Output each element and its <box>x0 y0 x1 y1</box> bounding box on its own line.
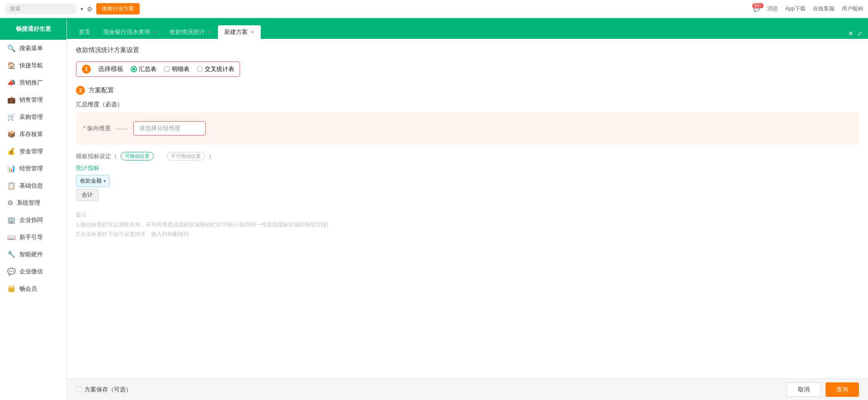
config-subtitle: 汇总维度（必选） <box>76 100 859 108</box>
gear-icon[interactable]: ⚙ <box>87 5 93 13</box>
config-section: 汇总维度（必选） * 纵向维度 —— 请选择分组维度 模板指标设定（ <box>76 100 859 240</box>
metrics-header-end: ） <box>208 152 214 160</box>
message-badge: 99+ <box>752 3 764 8</box>
marketing-icon: 📣 <box>7 79 16 87</box>
sidebar-label-management: 经营管理 <box>19 165 43 173</box>
radio-cross[interactable]: 交叉统计表 <box>197 65 234 73</box>
page-content: 收款情况统计方案设置 1 选择模板 汇总表 <box>67 39 868 378</box>
sidebar-label-wechat: 企业微信 <box>19 268 43 276</box>
radio-detail[interactable]: 明细表 <box>164 65 189 73</box>
tab-receipt[interactable]: 收款情况统计 ✕ <box>163 25 218 39</box>
sidebar-label-home: 快捷导航 <box>19 61 43 70</box>
window-expand-icon[interactable]: ⤢ <box>857 30 863 37</box>
sidebar-item-enterprise[interactable]: 🏢 企业协同 <box>0 212 66 229</box>
dropdown-arrow[interactable]: ▾ <box>80 6 83 12</box>
tips-title: 提示： <box>76 210 859 220</box>
window-close-icon[interactable]: ✕ <box>848 30 854 37</box>
top-bar: 搜索 ▾ ⚙ 体验行业方案 💬 99+ 消息 App下载 在线客服 用户昵称 <box>0 0 868 18</box>
sidebar-item-member[interactable]: 👑 畅会员 <box>0 280 66 297</box>
dim-select-box[interactable]: 请选择分组维度 <box>133 121 206 136</box>
section-config: 2 方案配置 汇总维度（必选） * 纵向维度 —— 请选择分组维度 <box>76 86 859 240</box>
sidebar-item-wechat[interactable]: 💬 企业微信 <box>0 263 66 280</box>
search-bar[interactable]: 搜索 <box>5 4 77 14</box>
sidebar-label-finance: 资金管理 <box>19 147 43 155</box>
query-button[interactable]: 查询 <box>826 382 859 397</box>
guide-icon: 📖 <box>7 233 16 241</box>
sidebar-item-management[interactable]: 📊 经营管理 <box>0 160 66 177</box>
tab-home[interactable]: 首页 <box>72 25 97 39</box>
section1-num: 1 <box>82 65 91 74</box>
sidebar-item-guide[interactable]: 📖 新手引导 <box>0 229 66 246</box>
non-draggable-badge: 不可拖动位置 <box>167 152 205 160</box>
chevron-down-icon: ▾ <box>104 179 106 184</box>
user-name[interactable]: 用户昵称 <box>842 5 863 13</box>
tab-actions: ✕ ⤢ <box>848 30 863 39</box>
wechat-icon: 💬 <box>7 268 16 276</box>
metric-chip[interactable]: 收款金额 ▾ <box>76 175 110 187</box>
save-checkbox[interactable] <box>76 386 82 392</box>
metric-sub: 合计 <box>76 189 99 201</box>
sidebar-label-hardware: 智能硬件 <box>19 250 43 259</box>
sidebar-label-system: 系统管理 <box>17 199 40 207</box>
tab-newplan[interactable]: 新建方案 ✕ <box>218 25 261 39</box>
sidebar-item-inventory[interactable]: 📦 库存核算 <box>0 126 66 143</box>
message-label[interactable]: 消息 <box>767 5 778 13</box>
tab-cashflow-label: 现金银行流水查询 <box>103 28 150 36</box>
radio-summary[interactable]: 汇总表 <box>131 65 156 73</box>
sidebar-label-search: 搜索菜单 <box>19 44 43 52</box>
trial-button[interactable]: 体验行业方案 <box>96 3 140 14</box>
sidebar: 畅捷通好生意 🔍 搜索菜单 🏠 快捷导航 📣 营销推广 💼 销售管理 🛒 采购管… <box>0 18 67 400</box>
section-template: 1 选择模板 汇总表 明细表 <box>76 61 859 77</box>
finance-icon: 💰 <box>7 147 16 155</box>
tab-receipt-label: 收款情况统计 <box>170 28 205 36</box>
footer-right: 取消 查询 <box>787 382 859 397</box>
section1-label: 选择模板 <box>98 65 123 73</box>
sidebar-label-member: 畅会员 <box>19 285 37 293</box>
radio-cross-circle <box>197 66 203 72</box>
save-label: 方案保存（可选） <box>85 386 132 394</box>
section1-header: 1 选择模板 汇总表 明细表 <box>76 61 859 77</box>
system-icon: ⚙ <box>7 199 13 207</box>
tab-home-label: 首页 <box>79 28 90 36</box>
logo-text: 畅捷通好生意 <box>16 25 51 33</box>
sidebar-item-purchase[interactable]: 🛒 采购管理 <box>0 108 66 126</box>
sidebar-label-marketing: 营销推广 <box>19 79 43 87</box>
sidebar-item-sales[interactable]: 💼 销售管理 <box>0 91 66 108</box>
metrics-header-text: 模板指标设定（ <box>76 152 117 160</box>
sidebar-item-finance[interactable]: 💰 资金管理 <box>0 143 66 160</box>
download-label[interactable]: App下载 <box>785 5 806 13</box>
search-placeholder: 搜索 <box>10 5 21 12</box>
tab-newplan-close[interactable]: ✕ <box>250 29 255 35</box>
main-layout: 畅捷通好生意 🔍 搜索菜单 🏠 快捷导航 📣 营销推广 💼 销售管理 🛒 采购管… <box>0 18 868 400</box>
sidebar-item-hardware[interactable]: 🔧 智能硬件 <box>0 246 66 263</box>
page-title: 收款情况统计方案设置 <box>76 46 859 54</box>
section2-num: 2 <box>76 86 85 95</box>
sidebar-item-marketing[interactable]: 📣 营销推广 <box>0 74 66 91</box>
arrow-right-icon: —— <box>116 125 128 132</box>
member-icon: 👑 <box>7 285 16 293</box>
hardware-icon: 🔧 <box>7 250 16 259</box>
sidebar-label-sales: 销售管理 <box>19 96 43 104</box>
sales-icon: 💼 <box>7 96 16 104</box>
message-icon-wrap[interactable]: 💬 99+ <box>753 6 760 12</box>
cancel-button[interactable]: 取消 <box>787 382 821 397</box>
tab-cashflow-close[interactable]: ✕ <box>153 29 157 35</box>
sidebar-label-basic: 基础信息 <box>19 182 43 190</box>
tab-receipt-close[interactable]: ✕ <box>208 29 212 35</box>
sidebar-label-inventory: 库存核算 <box>19 130 43 138</box>
service-label[interactable]: 在线客服 <box>813 5 835 13</box>
purchase-icon: 🛒 <box>7 113 16 121</box>
save-option[interactable]: 方案保存（可选） <box>76 386 132 394</box>
tab-cashflow[interactable]: 现金银行流水查询 ✕ <box>97 25 163 39</box>
sidebar-item-basic[interactable]: 📋 基础信息 <box>0 177 66 194</box>
tab-bar: 首页 现金银行流水查询 ✕ 收款情况统计 ✕ 新建方案 ✕ ✕ ⤢ <box>67 18 868 39</box>
tip-1: 1.拖动标题栏可以调整布局，不可跨维度或指标区域拖动栏目字段(只能在同一维度或指… <box>76 220 859 230</box>
inventory-icon: 📦 <box>7 130 16 138</box>
sidebar-item-home[interactable]: 🏠 快捷导航 <box>0 57 66 74</box>
sidebar-label-enterprise: 企业协同 <box>19 216 43 224</box>
sidebar-item-system[interactable]: ⚙ 系统管理 <box>0 194 66 212</box>
content-area: 首页 现金银行流水查询 ✕ 收款情况统计 ✕ 新建方案 ✕ ✕ ⤢ 收款情况统计… <box>67 18 868 400</box>
search-icon: 🔍 <box>7 44 16 52</box>
home-icon: 🏠 <box>7 61 16 70</box>
sidebar-item-search[interactable]: 🔍 搜索菜单 <box>0 40 66 57</box>
